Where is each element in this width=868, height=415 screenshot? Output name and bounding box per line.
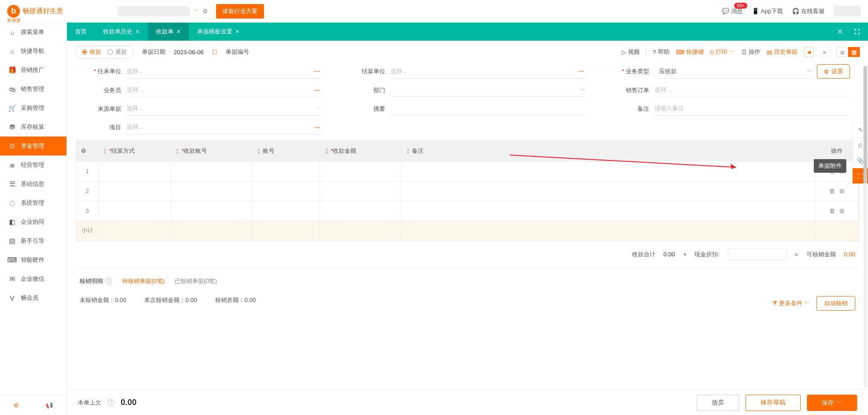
biz-type-select[interactable]: 应收款﹀ [658,65,812,79]
try-industry-button[interactable]: 体验行业方案 [216,4,264,19]
video-help-button[interactable]: ▷视频 [622,48,640,56]
dept-select[interactable]: ﹀ [390,84,586,97]
doc-header: 收款 退款 单据日期 2023-06-06 ☐ 单据编号 ▷视频 ?帮助 ⌨快捷… [67,41,868,61]
table-row[interactable]: 3🗑⊞ [76,201,859,221]
sidebar-item[interactable]: ⛃库存核算 [0,118,66,137]
summary-line: 收款合计 0.00 + 现金折扣: = 可核销金额 0.00 [67,241,868,268]
sidebar-item[interactable]: ⊙资金管理 [0,137,66,156]
add-row-icon[interactable]: ⊞ [840,208,844,214]
delete-icon[interactable]: 🗑 [829,188,835,194]
sidebar-item[interactable]: ⌂快捷导航 [0,42,66,61]
app-download-link[interactable]: 📱 App下载 [752,7,783,15]
col-amount[interactable]: ▲▼*收款金额 [320,141,401,161]
delete-icon[interactable]: 🗑 [829,208,835,214]
settings-button[interactable]: ⚙设置 [817,64,850,79]
chevron-down-icon: ﹀ [804,299,810,307]
source-select[interactable]: 选择...﹀ [126,102,322,116]
save-draft-button[interactable]: 保存草稿 [745,395,801,411]
date-value[interactable]: 2023-06-06 [174,49,204,56]
messages-link[interactable]: 💬 消息 99+ [722,7,743,15]
tab[interactable]: 单据模板设置✕ [189,23,248,41]
close-icon[interactable]: ✕ [176,28,181,35]
operate-button[interactable]: ☲操作 [741,48,760,56]
col-acct-no[interactable]: ▲▼账号 [252,141,320,161]
sidebar-label: 企业微信 [21,275,44,283]
sidebar-label: 经营管理 [21,161,44,169]
more-icon: ⋯ [314,87,321,94]
radio-refund[interactable]: 退款 [108,48,127,56]
collapse-icon[interactable]: 📢 [46,402,53,409]
add-row-icon[interactable]: ⊞ [840,188,844,194]
col-remark[interactable]: ▲▼备注 [401,141,815,161]
close-icon[interactable]: ✕ [235,28,240,35]
customer-input[interactable]: 选择...⋯ [126,65,322,79]
vertical-scrollbar[interactable] [863,66,867,388]
view-list-button[interactable]: ≣ [836,47,848,57]
project-input[interactable]: 选择...⋯ [126,120,322,134]
sidebar-item[interactable]: ◧企业协同 [0,212,66,231]
sidebar-item[interactable]: ✉企业微信 [0,269,66,288]
help-icon[interactable]: ? [108,399,114,406]
remark-input[interactable]: 请输入备注 [654,102,850,116]
sidebar-item[interactable]: ◌系统管理 [0,193,66,212]
sidebar-label: 资金管理 [21,142,44,150]
discount-input[interactable] [728,249,787,260]
sidebar-item[interactable]: V畅会员 [0,288,66,307]
list-icon: ☲ [741,49,747,56]
calendar-icon[interactable]: ☐ [212,49,217,56]
prev-doc-button[interactable]: ◀ [804,47,814,57]
tab[interactable]: 收款单✕ [148,23,189,41]
sales-order-input[interactable]: 选择... [654,83,850,97]
table-settings-button[interactable]: ⚙ [76,141,98,161]
sidebar-item[interactable]: ▤新手引导 [0,231,66,250]
abandon-button[interactable]: 放弃 [697,395,739,411]
gear-icon[interactable]: ⚙ [203,8,208,14]
sidebar-item[interactable]: 🛍销售管理 [0,80,66,99]
diff-amount: 核销差额：0.00 [215,296,256,311]
receipt-type-radio[interactable]: 收款 退款 [75,45,134,59]
customer-service-link[interactable]: 🎧 在线客服 [792,7,825,15]
history-button[interactable]: ▤历史单据 [767,48,797,56]
verif-tab-done[interactable]: 已核销单据(0笔) [175,277,217,285]
more-conditions-button[interactable]: ⧩更多条件﹀ [772,299,810,307]
summary-input[interactable] [390,103,586,115]
sidebar-icon: 🛍 [8,85,16,93]
sidebar-label: 搜索菜单 [21,28,44,36]
settings-icon[interactable]: ⚙ [14,402,19,409]
more-icon: ⋯ [578,68,585,75]
shortcut-button[interactable]: ⌨快捷键 [676,48,704,56]
tab[interactable]: 收款单历史✕ [95,23,148,41]
col-account[interactable]: ▲▼*收款账号 [170,141,252,161]
org-selector[interactable]: ﹀ ⚙ [118,6,208,16]
chevron-down-icon: ﹀ [193,7,199,15]
print-button[interactable]: ⎙打印﹀ [710,48,735,56]
close-icon[interactable]: ✕ [135,28,140,35]
sidebar-item[interactable]: 🛒采购管理 [0,99,66,118]
sidebar-item[interactable]: 🎁营销推广 [0,61,66,80]
settle-unit-input[interactable]: 选择...⋯ [390,65,586,79]
sidebar-item[interactable]: ≣经营管理 [0,156,66,174]
table-row[interactable]: 2🗑⊞ [76,181,859,201]
tab[interactable]: 首页 [67,23,95,41]
auto-verify-button[interactable]: 自动核销 [816,296,855,311]
help-button[interactable]: ?帮助 [653,48,670,56]
col-ops: 操作 [815,141,859,161]
radio-receipt[interactable]: 收款 [82,48,101,56]
tab-close-all-button[interactable] [834,25,846,38]
col-settle[interactable]: ▲▼*结算方式 [98,141,170,161]
next-doc-button[interactable]: ▶ [820,47,830,57]
user-avatar[interactable] [834,6,861,17]
save-button[interactable]: 保存﹀ [807,395,857,411]
sidebar-item[interactable]: ⌨智能硬件 [0,250,66,269]
chevron-down-icon: ﹀ [729,48,735,56]
sidebar-item[interactable]: ☰基础信息 [0,174,66,193]
help-icon[interactable]: ? [105,278,112,284]
tab-fullscreen-button[interactable] [851,25,863,38]
salesman-input[interactable]: 选择...⋯ [126,83,322,97]
view-form-button[interactable]: ▦ [848,47,860,57]
sidebar-item[interactable]: ⌕搜索菜单 [0,23,66,42]
verif-tab-pending[interactable]: 待核销单据(0笔) [122,277,165,285]
table-row[interactable]: 1🗑⊞ [76,161,859,181]
gear-icon: ⚙ [824,68,829,75]
sidebar-label: 畅会员 [21,294,38,302]
